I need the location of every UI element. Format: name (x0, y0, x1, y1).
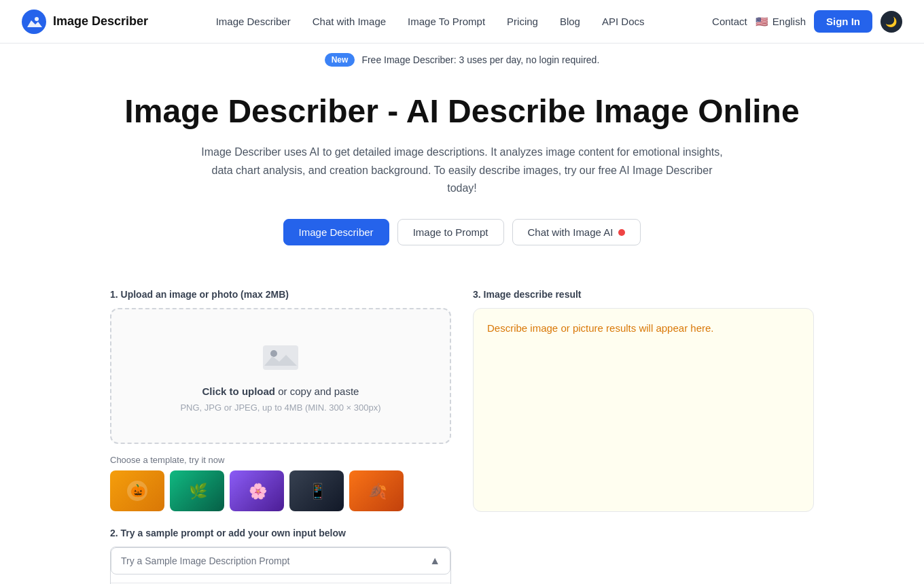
logo-text: Image Describer (53, 14, 148, 29)
template-images: 🎃 🌿 🌸 📱 🍂 (110, 470, 451, 511)
prompt-dropdown-label: Try a Sample Image Description Prompt (121, 555, 289, 566)
result-placeholder: Describe image or picture results will a… (487, 322, 713, 334)
nav-contact[interactable]: Contact (712, 16, 747, 27)
mode-btn-chat-label: Chat with Image AI (528, 226, 614, 238)
nav-link-image-to-prompt[interactable]: Image To Prompt (398, 10, 495, 33)
signin-button[interactable]: Sign In (814, 10, 872, 33)
svg-point-0 (22, 10, 46, 34)
template-image-5[interactable]: 🍂 (349, 470, 404, 511)
mode-btn-image-to-prompt[interactable]: Image to Prompt (397, 219, 504, 245)
nav-right: Contact 🇺🇸 English Sign In 🌙 (712, 10, 902, 33)
svg-point-3 (270, 350, 277, 357)
svg-text:🍂: 🍂 (368, 482, 387, 500)
template-section: Choose a template, try it now 🎃 🌿 🌸 📱 🍂 (110, 455, 451, 511)
template-image-3[interactable]: 🌸 (230, 470, 284, 511)
mode-buttons: Image Describer Image to Prompt Chat wit… (22, 219, 902, 245)
template-image-2[interactable]: 🌿 (170, 470, 224, 511)
template-image-1[interactable]: 🎃 (110, 470, 164, 511)
dark-mode-toggle[interactable]: 🌙 (881, 11, 902, 33)
banner-badge: New (325, 53, 355, 67)
left-panel: 1. Upload an image or photo (max 2MB) Cl… (110, 289, 451, 584)
hero-section: Image Describer - AI Describe Image Onli… (0, 76, 924, 289)
upload-hint: PNG, JPG or JPEG, up to 4MB (MIN. 300 × … (180, 402, 380, 413)
result-area: Describe image or picture results will a… (473, 308, 814, 512)
nav-language[interactable]: 🇺🇸 English (756, 16, 806, 28)
mode-btn-chat-with-image-ai[interactable]: Chat with Image AI (512, 219, 641, 245)
nav-link-image-describer[interactable]: Image Describer (207, 10, 300, 33)
nav-link-pricing[interactable]: Pricing (497, 10, 548, 33)
nav-link-chat-with-image[interactable]: Chat with Image (303, 10, 395, 33)
right-panel: 3. Image describe result Describe image … (473, 289, 814, 584)
nav-link-blog[interactable]: Blog (550, 10, 590, 33)
prompt-dropdown[interactable]: Try a Sample Image Description Prompt ▲ (111, 547, 450, 574)
mode-btn-image-describer[interactable]: Image Describer (283, 219, 389, 245)
hero-subtitle: Image Describer uses AI to get detailed … (197, 143, 727, 197)
svg-text:🌿: 🌿 (189, 482, 208, 500)
logo[interactable]: Image Describer (22, 10, 148, 34)
svg-text:🌸: 🌸 (249, 482, 268, 500)
nav-links: Image Describer Chat with Image Image To… (207, 10, 654, 33)
svg-point-1 (35, 17, 39, 21)
upload-area[interactable]: Click to upload or copy and paste PNG, J… (110, 308, 451, 444)
banner-text: Free Image Describer: 3 uses per day, no… (361, 54, 599, 65)
main-content: 1. Upload an image or photo (max 2MB) Cl… (88, 289, 836, 584)
template-label: Choose a template, try it now (110, 455, 451, 465)
svg-rect-2 (263, 345, 298, 370)
upload-click-label: Click to upload (202, 385, 276, 397)
live-dot-icon (618, 229, 625, 236)
prompt-section: 2. Try a sample prompt or add your own i… (110, 528, 451, 584)
result-label: 3. Image describe result (473, 289, 814, 300)
mode-btn-image-describer-label: Image Describer (299, 226, 374, 238)
language-label: English (772, 16, 806, 27)
svg-text:📱: 📱 (308, 482, 327, 500)
upload-text: Click to upload or copy and paste (202, 385, 359, 397)
banner: New Free Image Describer: 3 uses per day… (0, 44, 924, 76)
hero-title: Image Describer - AI Describe Image Onli… (22, 92, 902, 130)
navbar: Image Describer Image Describer Chat wit… (0, 0, 924, 44)
moon-icon: 🌙 (885, 16, 897, 27)
flag-icon: 🇺🇸 (756, 16, 768, 28)
chevron-up-icon: ▲ (429, 555, 440, 567)
mode-btn-image-to-prompt-label: Image to Prompt (413, 226, 488, 238)
nav-link-api-docs[interactable]: API Docs (592, 10, 654, 33)
svg-text:🎃: 🎃 (130, 483, 146, 498)
logo-icon (22, 10, 46, 34)
upload-or-text: or copy and paste (278, 385, 359, 397)
upload-image-icon (262, 340, 300, 380)
upload-label: 1. Upload an image or photo (max 2MB) (110, 289, 451, 300)
template-image-4[interactable]: 📱 (289, 470, 344, 511)
prompt-label: 2. Try a sample prompt or add your own i… (110, 528, 451, 538)
